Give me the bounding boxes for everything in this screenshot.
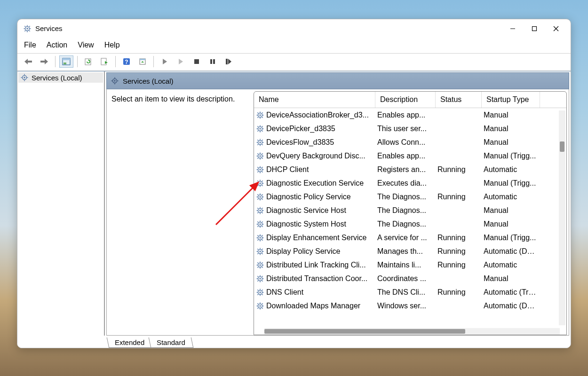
svg-line-66 xyxy=(262,126,263,127)
gear-icon xyxy=(256,206,264,215)
maximize-button[interactable] xyxy=(524,21,545,36)
col-description[interactable]: Description xyxy=(375,92,436,108)
svg-line-94 xyxy=(262,172,263,172)
service-row[interactable]: DevQuery Background Disc...Enables app..… xyxy=(254,149,566,163)
pane-body: Select an item to view its description. … xyxy=(106,89,569,336)
pause-service-button[interactable] xyxy=(206,55,220,68)
svg-line-133 xyxy=(257,221,258,222)
service-startup: Manual xyxy=(482,274,540,283)
col-name[interactable]: Name xyxy=(254,92,375,108)
tab-standard[interactable]: Standard xyxy=(149,337,194,348)
menu-file[interactable]: File xyxy=(24,41,36,49)
gear-icon xyxy=(256,220,264,228)
svg-line-144 xyxy=(262,240,263,241)
col-status[interactable]: Status xyxy=(436,92,482,108)
nav-tree: Services (Local) xyxy=(17,71,105,336)
svg-point-138 xyxy=(259,237,261,238)
gear-icon xyxy=(256,288,264,297)
svg-line-84 xyxy=(262,158,263,159)
show-hide-tree-button[interactable] xyxy=(59,55,73,68)
service-startup: Automatic (Tri... xyxy=(482,288,540,297)
service-desc: The Diagnos... xyxy=(375,193,436,201)
stop-service-button[interactable] xyxy=(190,55,204,68)
service-row[interactable]: Diagnostic Policy ServiceThe Diagnos...R… xyxy=(254,190,566,204)
service-row[interactable]: DeviceAssociationBroker_d3...Enables app… xyxy=(254,108,566,122)
svg-line-196 xyxy=(262,303,263,304)
back-button[interactable] xyxy=(21,55,35,68)
service-row[interactable]: DevicePicker_d3835This user ser...Manual xyxy=(254,122,566,135)
svg-marker-34 xyxy=(228,59,231,64)
svg-line-183 xyxy=(257,290,258,290)
service-startup: Automatic xyxy=(482,261,540,269)
service-row[interactable]: DNS ClientThe DNS Cli...RunningAutomatic… xyxy=(254,285,566,299)
service-startup: Manual xyxy=(482,125,540,133)
svg-point-168 xyxy=(259,278,261,279)
service-startup: Automatic xyxy=(482,165,540,174)
service-name: Display Policy Service xyxy=(266,247,340,256)
minimize-button[interactable] xyxy=(502,21,524,36)
svg-point-1 xyxy=(26,28,28,29)
service-status: Running xyxy=(436,288,482,297)
gear-icon xyxy=(256,165,264,174)
service-desc: The DNS Cli... xyxy=(375,288,436,297)
restart-service-button[interactable] xyxy=(222,55,236,68)
svg-point-58 xyxy=(259,128,261,129)
description-hint: Select an item to view its description. xyxy=(111,95,235,103)
start-disabled-button[interactable] xyxy=(174,55,188,68)
vertical-scrollbar[interactable] xyxy=(559,110,565,325)
service-name: DevicesFlow_d3835 xyxy=(266,138,334,147)
service-row[interactable]: Diagnostic System HostThe Diagnos...Manu… xyxy=(254,217,566,231)
gear-icon xyxy=(256,138,264,147)
service-desc: A service for ... xyxy=(375,234,436,242)
service-status: Running xyxy=(436,247,482,256)
svg-point-78 xyxy=(259,155,261,157)
menu-action[interactable]: Action xyxy=(47,41,67,49)
service-row[interactable]: Distributed Link Tracking Cli...Maintain… xyxy=(254,258,566,272)
service-row[interactable]: Display Policy ServiceManages th...Runni… xyxy=(254,244,566,258)
svg-rect-26 xyxy=(140,59,145,60)
nav-services-local[interactable]: Services (Local) xyxy=(18,72,103,83)
service-desc: Manages th... xyxy=(375,247,436,256)
export-list-button[interactable] xyxy=(97,55,111,68)
service-name: DeviceAssociationBroker_d3... xyxy=(266,111,369,119)
svg-line-93 xyxy=(257,167,258,168)
service-desc: Maintains li... xyxy=(375,261,436,269)
svg-line-95 xyxy=(257,172,258,172)
svg-line-176 xyxy=(262,276,263,277)
svg-line-126 xyxy=(262,208,263,209)
service-startup: Manual xyxy=(482,220,540,228)
service-row[interactable]: DHCP ClientRegisters an...RunningAutomat… xyxy=(254,163,566,176)
service-row[interactable]: Display Enhancement ServiceA service for… xyxy=(254,231,566,244)
service-name: Display Enhancement Service xyxy=(266,234,366,242)
svg-line-135 xyxy=(257,226,258,227)
help-button[interactable]: ? xyxy=(119,55,134,68)
svg-rect-32 xyxy=(213,59,215,64)
svg-line-7 xyxy=(29,31,30,31)
horizontal-scrollbar[interactable] xyxy=(264,328,560,335)
properties-button[interactable] xyxy=(135,55,150,68)
service-row[interactable]: Diagnostic Service HostThe Diagnos...Man… xyxy=(254,204,566,217)
service-row[interactable]: Diagnostic Execution ServiceExecutes dia… xyxy=(254,176,566,190)
start-service-button[interactable] xyxy=(158,55,172,68)
menu-help[interactable]: Help xyxy=(104,41,120,49)
svg-marker-29 xyxy=(179,59,183,64)
col-startup[interactable]: Startup Type xyxy=(482,92,540,108)
tab-extended[interactable]: Extended xyxy=(107,337,153,348)
svg-line-193 xyxy=(257,303,258,304)
svg-point-128 xyxy=(259,223,261,225)
service-row[interactable]: Distributed Transaction Coor...Coordinat… xyxy=(254,272,566,285)
svg-line-194 xyxy=(262,308,263,309)
close-button[interactable] xyxy=(545,21,567,36)
service-row[interactable]: Downloaded Maps ManagerWindows ser...Aut… xyxy=(254,299,566,313)
svg-line-184 xyxy=(262,294,263,295)
forward-button[interactable] xyxy=(37,55,51,68)
service-name: DevicePicker_d3835 xyxy=(266,125,335,133)
refresh-button[interactable] xyxy=(81,55,95,68)
svg-line-124 xyxy=(262,212,263,213)
menu-view[interactable]: View xyxy=(78,41,94,49)
service-status: Running xyxy=(436,193,482,201)
service-desc: The Diagnos... xyxy=(375,220,436,228)
svg-line-156 xyxy=(262,249,263,250)
svg-line-116 xyxy=(262,194,263,195)
service-row[interactable]: DevicesFlow_d3835Allows Conn...Manual xyxy=(254,135,566,149)
